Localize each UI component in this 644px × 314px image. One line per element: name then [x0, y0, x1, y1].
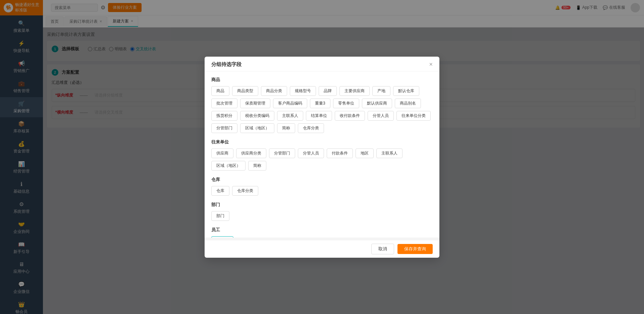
field-tag[interactable]: 仓库分类 — [232, 186, 258, 196]
field-tag[interactable]: 主联系人 — [277, 111, 303, 121]
modal-body: 商品 商品 商品类型 商品分类 规格型号 品牌 主要供应商 产地 默认仓库 批次… — [205, 71, 439, 238]
field-tag[interactable]: 供应商分类 — [236, 148, 266, 158]
field-tag[interactable]: 客户商品编码 — [273, 99, 307, 108]
field-group-employee-title: 员工 — [211, 227, 433, 233]
field-tag[interactable]: 商品 — [211, 86, 229, 96]
field-tag[interactable]: 简称 — [248, 161, 266, 171]
field-group-product: 商品 商品 商品类型 商品分类 规格型号 品牌 主要供应商 产地 默认仓库 批次… — [211, 77, 433, 133]
field-tag[interactable]: 简称 — [277, 123, 295, 133]
field-tag[interactable]: 拣货积分 — [211, 111, 237, 121]
field-group-partner-title: 往来单位 — [211, 139, 433, 145]
field-tag[interactable]: 付款条件 — [327, 148, 353, 158]
modal-header: 分组待选字段 × — [205, 57, 439, 71]
field-tag[interactable]: 默认供应商 — [362, 99, 392, 108]
field-group-partner: 往来单位 供应商 供应商分类 分管部门 分管人员 付款条件 地区 主联系人 区域… — [211, 139, 433, 171]
field-tag[interactable]: 仓库分类 — [298, 123, 324, 133]
field-tag[interactable]: 零售单位 — [333, 99, 359, 108]
cancel-button[interactable]: 取消 — [371, 244, 394, 254]
field-tag[interactable]: 分管部门 — [269, 148, 295, 158]
field-tag[interactable]: 供应商 — [211, 148, 233, 158]
field-tag[interactable]: 分管人员 — [298, 148, 324, 158]
modal-title: 分组待选字段 — [211, 61, 241, 68]
field-tag[interactable]: 主联系人 — [376, 148, 402, 158]
modal-footer: 取消 保存并查询 — [205, 240, 439, 258]
field-tags-product: 商品 商品类型 商品分类 规格型号 品牌 主要供应商 产地 默认仓库 批次管理 … — [211, 86, 433, 133]
field-tag[interactable]: 商品分类 — [261, 86, 287, 96]
field-tag[interactable]: 产地 — [372, 86, 390, 96]
field-tags-warehouse: 仓库 仓库分类 — [211, 186, 433, 196]
modal: 分组待选字段 × 商品 商品 商品类型 商品分类 规格型号 品牌 主要供应商 产… — [205, 57, 439, 258]
field-tag[interactable]: 保质期管理 — [240, 99, 270, 108]
field-tag[interactable]: 仓库 — [211, 186, 229, 196]
field-group-warehouse: 仓库 仓库 仓库分类 — [211, 177, 433, 196]
field-tag[interactable]: 结算单位 — [306, 111, 332, 121]
field-tag[interactable]: 重量3 — [310, 99, 330, 108]
field-tag[interactable]: 部门 — [211, 211, 229, 221]
field-tag[interactable]: 规格型号 — [290, 86, 316, 96]
field-tag[interactable]: 收付款条件 — [335, 111, 365, 121]
field-tag[interactable]: 批次管理 — [211, 99, 237, 108]
field-tag[interactable]: 往来单位分类 — [396, 111, 431, 121]
field-group-product-title: 商品 — [211, 77, 433, 83]
modal-close-button[interactable]: × — [429, 61, 433, 67]
field-group-warehouse-title: 仓库 — [211, 177, 433, 183]
field-tag[interactable]: 分管人员 — [368, 111, 394, 121]
field-tag[interactable]: 地区 — [356, 148, 374, 158]
field-tag[interactable]: 商品类型 — [232, 86, 258, 96]
field-group-department: 部门 部门 — [211, 202, 433, 221]
field-tag[interactable]: 主要供应商 — [339, 86, 370, 96]
modal-overlay: 分组待选字段 × 商品 商品 商品类型 商品分类 规格型号 品牌 主要供应商 产… — [0, 0, 644, 314]
confirm-button[interactable]: 保存并查询 — [397, 244, 433, 254]
field-tag[interactable]: 区域（地区） — [211, 161, 246, 171]
field-tag[interactable]: 分管部门 — [211, 123, 237, 133]
field-tags-department: 部门 — [211, 211, 433, 221]
field-tag[interactable]: 区域（地区） — [240, 123, 274, 133]
field-group-department-title: 部门 — [211, 202, 433, 208]
field-tag[interactable]: 税收分类编码 — [240, 111, 274, 121]
field-tag[interactable]: 品牌 — [319, 86, 337, 96]
field-tags-partner: 供应商 供应商分类 分管部门 分管人员 付款条件 地区 主联系人 区域（地区） … — [211, 148, 433, 171]
field-tag[interactable]: 默认仓库 — [393, 86, 419, 96]
field-group-employee: 员工 业务员 — [211, 227, 433, 238]
field-tag[interactable]: 商品别名 — [395, 99, 421, 108]
